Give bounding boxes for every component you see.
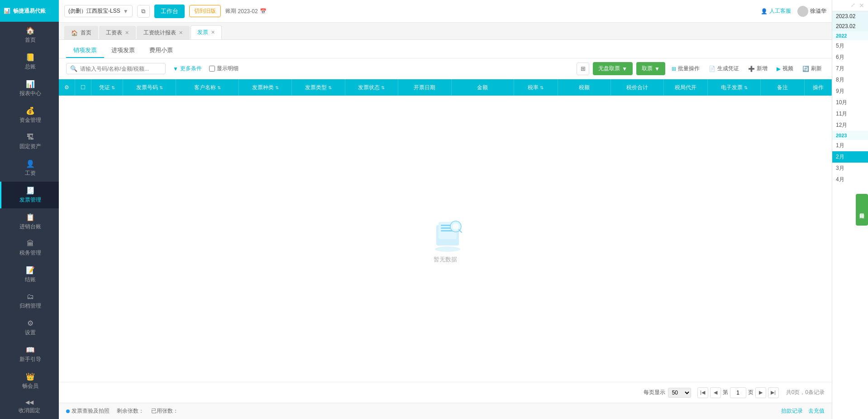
batch-ops-icon: ⊞ (672, 66, 676, 72)
th-action[interactable]: 操作 (805, 79, 832, 96)
sidebar-item-fund[interactable]: 💰 资金管理 (0, 102, 59, 129)
calendar-icon[interactable]: 📅 (260, 8, 267, 14)
sidebar-item-label: 税务管理 (19, 249, 41, 257)
next-page-button[interactable]: ▶ (755, 387, 766, 398)
page-input[interactable] (730, 387, 746, 398)
empty-text: 暂无数据 (434, 255, 457, 264)
th-invoice-status[interactable]: 发票状态 ⇅ (345, 79, 398, 96)
sidebar-item-sales-ledger[interactable]: 📋 进销台账 (0, 208, 59, 235)
user-menu[interactable]: 徐溢华 (797, 6, 826, 17)
close-invoice-tab[interactable]: ✕ (211, 29, 215, 35)
first-page-button[interactable]: |◀ (697, 387, 708, 398)
sidebar-item-invoice-mgmt[interactable]: 🧾 发票管理 (0, 182, 59, 208)
tab-salary-stats[interactable]: 工资统计报表 ✕ (137, 26, 190, 39)
refresh-button[interactable]: 🔄 刷新 (800, 63, 825, 74)
topbar: (勿删）江西股宝-LSS ▼ ⧉ 工作台 切到旧版 账期 2023-02 📅 👤… (59, 0, 832, 23)
gen-voucher-icon: 📄 (709, 66, 715, 72)
batch-ops-button[interactable]: ⊞ 批量操作 (669, 63, 702, 74)
sidebar-item-report[interactable]: 📊 报表中心 (0, 75, 59, 102)
workbench-button[interactable]: 工作台 (154, 5, 185, 18)
sidebar-item-fixed-assets[interactable]: 🏗 固定资产 (0, 129, 59, 155)
sidebar-collapse[interactable]: ◀◀ 收消固定 (0, 395, 59, 419)
tab-salary[interactable]: 工资表 ✕ (99, 26, 136, 39)
prev-page-button[interactable]: ◀ (710, 387, 721, 398)
get-ticket-button[interactable]: 取票 ▼ (636, 62, 665, 75)
fixed-assets-icon: 🏗 (27, 133, 34, 141)
period-12[interactable]: 12月 (832, 120, 868, 131)
show-detail-checkbox[interactable]: 显示明细 (209, 65, 238, 72)
th-tax-code[interactable]: 税局代开 (664, 79, 708, 96)
switch-old-button[interactable]: 切到旧版 (189, 5, 221, 17)
th-amount[interactable]: 金额 (452, 79, 514, 96)
date-panel: ⤢ ✕ 2023.02 2023.02 2022 5月 6月 7月 8月 9月 … (832, 0, 868, 419)
sidebar-item-tax-mgmt[interactable]: 🏛 税务管理 (0, 235, 59, 261)
sidebar-item-settlement[interactable]: 📝 结账 (0, 261, 59, 288)
period-5[interactable]: 5月 (832, 40, 868, 52)
app-logo: 📊 畅捷通易代账 (0, 0, 59, 22)
sidebar-item-ledger[interactable]: 📒 总账 (0, 48, 59, 75)
sidebar-item-label: 新手引导 (19, 356, 41, 363)
tab-home[interactable]: 🏠 首页 (64, 26, 98, 39)
period-2023-4[interactable]: 4月 (832, 174, 868, 185)
company-selector[interactable]: (勿删）江西股宝-LSS ▼ (64, 5, 133, 17)
filter-button[interactable]: ▼ 更多条件 (169, 63, 205, 74)
sidebar-item-settings[interactable]: ⚙ 设置 (0, 314, 59, 341)
svg-point-7 (453, 223, 459, 230)
service-icon: 👤 (761, 8, 768, 14)
th-customer[interactable]: 客户名称 ⇅ (176, 79, 238, 96)
subtab-sales-invoice[interactable]: 销项发票 (66, 43, 104, 58)
period-2023-02-first[interactable]: 2023.02 (832, 11, 868, 21)
period-11[interactable]: 11月 (832, 108, 868, 120)
close-panel-icon[interactable]: ✕ (859, 2, 864, 9)
sidebar-item-archive[interactable]: 🗂 归档管理 (0, 288, 59, 314)
svg-rect-4 (441, 227, 451, 229)
expand-icon[interactable]: ⤢ (851, 2, 855, 9)
sidebar-item-home[interactable]: 🏠 首页 (0, 22, 59, 48)
th-invoice-no[interactable]: 发票号码 ⇅ (123, 79, 176, 96)
period-2023-3[interactable]: 3月 (832, 163, 868, 174)
close-salary-tab[interactable]: ✕ (125, 30, 129, 36)
sidebar-item-guide[interactable]: 📖 新手引导 (0, 341, 59, 368)
open-period-button[interactable]: 开账日期 (856, 194, 868, 226)
th-voucher[interactable]: 凭证 ⇅ (91, 79, 123, 96)
service-button[interactable]: 👤 人工客服 (761, 7, 791, 15)
subtab-expense-receipt[interactable]: 费用小票 (142, 43, 180, 58)
th-remark[interactable]: 备注 (761, 79, 805, 96)
show-detail-input[interactable] (209, 66, 215, 72)
period-7[interactable]: 7月 (832, 63, 868, 74)
th-settings[interactable]: ⚙ (59, 79, 75, 96)
th-tax[interactable]: 税额 (558, 79, 611, 96)
recharge-link[interactable]: 去充值 (808, 407, 825, 415)
sidebar-item-salary[interactable]: 👤 工资 (0, 155, 59, 182)
period-2023-1[interactable]: 1月 (832, 140, 868, 151)
grid-layout-button[interactable]: ⊞ (577, 63, 589, 75)
period-2023-02-second[interactable]: 2023.02 (832, 21, 868, 31)
close-salary-stats-tab[interactable]: ✕ (179, 30, 183, 36)
th-checkbox[interactable]: ☐ (75, 79, 91, 96)
sidebar-item-label: 首页 (25, 36, 36, 44)
raise-record-link[interactable]: 抬款记录 (781, 407, 803, 415)
th-open-date[interactable]: 开票日期 (398, 79, 451, 96)
svg-rect-5 (441, 230, 453, 231)
period-2023-2[interactable]: 2月 (832, 151, 868, 163)
period-10[interactable]: 10月 (832, 97, 868, 108)
last-page-button[interactable]: ▶| (768, 387, 779, 398)
gen-voucher-button[interactable]: 📄 生成凭证 (706, 63, 742, 74)
th-invoice-category[interactable]: 发票类型 ⇅ (292, 79, 345, 96)
copy-button[interactable]: ⧉ (137, 5, 150, 18)
tab-invoice[interactable]: 发票 ✕ (191, 25, 222, 39)
period-6[interactable]: 6月 (832, 52, 868, 63)
per-page-select[interactable]: 20 50 100 (668, 388, 691, 398)
period-9[interactable]: 9月 (832, 86, 868, 97)
new-button[interactable]: ➕ 新增 (745, 63, 770, 74)
period-8[interactable]: 8月 (832, 74, 868, 86)
th-tax-total[interactable]: 税价合计 (611, 79, 664, 96)
no-ticket-button[interactable]: 无盘取票 ▼ (593, 62, 633, 75)
video-button[interactable]: ▶ 视频 (774, 63, 796, 74)
search-input[interactable] (80, 66, 162, 72)
th-invoice-type[interactable]: 发票种类 ⇅ (239, 79, 292, 96)
th-e-invoice[interactable]: 电子发票 ⇅ (708, 79, 761, 96)
sidebar-item-vip[interactable]: 👑 畅会员 (0, 368, 59, 395)
subtab-purchase-invoice[interactable]: 进项发票 (104, 43, 142, 58)
th-tax-rate[interactable]: 税率 ⇅ (514, 79, 558, 96)
